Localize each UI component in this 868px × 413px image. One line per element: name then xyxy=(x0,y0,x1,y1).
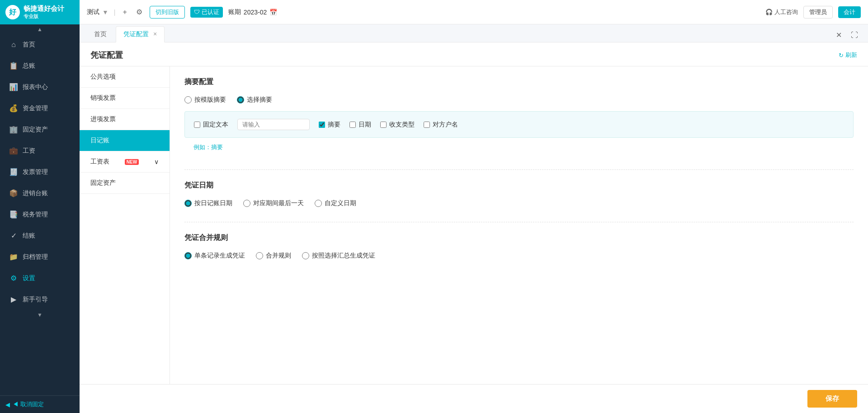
switch-version-button[interactable]: 切到旧版 xyxy=(150,6,185,19)
scroll-down-btn[interactable]: ▼ xyxy=(0,310,80,320)
cb-counterparty[interactable]: 对方户名 xyxy=(424,121,458,129)
merge-radio-select[interactable]: 按照选择汇总生成凭证 xyxy=(302,252,375,260)
sidebar-item-reports[interactable]: 📊 报表中心 xyxy=(0,76,80,98)
nav-purchase[interactable]: 进项发票 xyxy=(80,109,170,130)
nav-fixed-assets[interactable]: 固定资产 xyxy=(80,173,170,194)
sidebar-nav: ▲ ⌂ 首页 📋 总账 📊 报表中心 💰 资金管理 🏢 固定资产 💼 工资 🧾 … xyxy=(0,24,80,395)
sidebar-label-purchase: 进销台账 xyxy=(23,189,48,197)
company-name: 测试 xyxy=(87,8,99,16)
radio-merge-rule-input[interactable] xyxy=(256,252,263,259)
tab-home-label: 首页 xyxy=(94,30,107,38)
radio-custom-date-label: 自定义日期 xyxy=(325,199,356,207)
purchase-icon: 📦 xyxy=(9,189,18,197)
cb-summary-input[interactable] xyxy=(319,122,325,128)
topbar: 测试 ▼ | + ⚙ 切到旧版 🛡 已认证 账期 2023-02 📅 🎧 人工咨… xyxy=(80,0,868,24)
sidebar-item-assets[interactable]: 🏢 固定资产 xyxy=(0,119,80,140)
radio-period-last-input[interactable] xyxy=(243,200,250,207)
fixed-text-input[interactable] xyxy=(237,119,310,130)
close-window-button[interactable]: ✕ xyxy=(833,30,844,40)
cb-summary[interactable]: 摘要 xyxy=(319,121,340,129)
sidebar-item-ledger[interactable]: 📋 总账 xyxy=(0,55,80,76)
help-button[interactable]: 🎧 人工咨询 xyxy=(765,8,798,16)
tab-close-icon[interactable]: × xyxy=(153,30,157,38)
cb-fixed-text[interactable]: 固定文本 xyxy=(194,121,228,129)
sidebar-item-purchase[interactable]: 📦 进销台账 xyxy=(0,183,80,204)
add-company-button[interactable]: + xyxy=(121,6,129,18)
radio-template-input[interactable] xyxy=(184,96,192,103)
funds-icon: 💰 xyxy=(9,104,18,113)
sidebar-label-ledger: 总账 xyxy=(23,62,35,70)
sidebar-item-funds[interactable]: 💰 资金管理 xyxy=(0,98,80,119)
summary-radio-select[interactable]: 选择摘要 xyxy=(237,96,272,104)
tabbar: 首页 凭证配置 × ✕ ⛶ xyxy=(80,24,868,42)
sidebar-label-assets: 固定资产 xyxy=(23,126,48,134)
dropdown-icon: ▼ xyxy=(102,9,108,16)
tab-home[interactable]: 首页 xyxy=(87,27,114,42)
sidebar-item-closing[interactable]: ✓ 结账 xyxy=(0,225,80,246)
radio-single-label: 单条记录生成凭证 xyxy=(194,252,245,260)
sidebar-label-archive: 归档管理 xyxy=(23,253,48,261)
main-area: 测试 ▼ | + ⚙ 切到旧版 🛡 已认证 账期 2023-02 📅 🎧 人工咨… xyxy=(80,0,868,413)
calendar-icon[interactable]: 📅 xyxy=(269,9,277,16)
refresh-button[interactable]: ↻ 刷新 xyxy=(839,51,857,59)
nav-purchase-label: 进项发票 xyxy=(90,115,116,122)
nav-public-label: 公共选项 xyxy=(90,73,116,80)
sidebar-label-home: 首页 xyxy=(23,41,35,49)
role-button[interactable]: 会计 xyxy=(838,6,861,18)
date-title: 凭证日期 xyxy=(184,181,854,190)
merge-radio-rule[interactable]: 合并规则 xyxy=(256,252,291,260)
sidebar-item-settings[interactable]: ⚙ 设置 xyxy=(0,268,80,289)
tab-voucher-config[interactable]: 凭证配置 × xyxy=(116,26,165,42)
new-badge: NEW xyxy=(125,159,139,165)
cb-date-label: 日期 xyxy=(359,121,371,129)
merge-radio-single[interactable]: 单条记录生成凭证 xyxy=(184,252,245,260)
admin-button[interactable]: 管理员 xyxy=(803,6,833,19)
sidebar-item-home[interactable]: ⌂ 首页 xyxy=(0,34,80,55)
radio-select-merge-input[interactable] xyxy=(302,252,309,259)
expand-window-button[interactable]: ⛶ xyxy=(848,30,861,40)
date-radio-custom[interactable]: 自定义日期 xyxy=(315,199,356,207)
radio-select-input[interactable] xyxy=(237,96,244,103)
cb-cashflow-input[interactable] xyxy=(380,122,387,128)
cb-cashflow[interactable]: 收支类型 xyxy=(380,121,415,129)
save-label: 保存 xyxy=(826,394,839,402)
cb-date[interactable]: 日期 xyxy=(349,121,371,129)
nav-payroll[interactable]: 工资表 NEW ∨ xyxy=(80,151,170,173)
sidebar-item-wages[interactable]: 💼 工资 xyxy=(0,140,80,161)
unpin-button[interactable]: ◀ ◀ 取消固定 xyxy=(0,395,80,413)
date-radio-journal[interactable]: 按日记账日期 xyxy=(184,199,232,207)
date-radio-period-last[interactable]: 对应期间最后一天 xyxy=(243,199,304,207)
sep1: | xyxy=(114,9,116,16)
page-title: 凭证配置 xyxy=(90,50,123,61)
guide-icon: ▶ xyxy=(9,295,18,304)
divider-2 xyxy=(184,222,854,222)
sidebar-item-tax[interactable]: 📑 税务管理 xyxy=(0,204,80,225)
scroll-up-btn[interactable]: ▲ xyxy=(0,24,80,34)
nav-sales[interactable]: 销项发票 xyxy=(80,88,170,109)
certified-badge: 🛡 已认证 xyxy=(190,7,223,18)
cb-fixed-text-input[interactable] xyxy=(194,122,200,128)
radio-custom-date-input[interactable] xyxy=(315,200,322,207)
page-header: 凭证配置 ↻ 刷新 xyxy=(80,42,868,66)
sidebar-logo: 好 畅捷通好会计 专业版 xyxy=(0,0,80,24)
topbar-right: 🎧 人工咨询 管理员 会计 xyxy=(765,6,861,19)
sidebar-item-invoices[interactable]: 🧾 发票管理 xyxy=(0,161,80,183)
home-icon: ⌂ xyxy=(9,41,18,49)
cb-date-input[interactable] xyxy=(349,122,356,128)
sidebar-item-guide[interactable]: ▶ 新手引导 xyxy=(0,289,80,310)
cb-counterparty-input[interactable] xyxy=(424,122,430,128)
logo-sub: 专业版 xyxy=(24,13,64,20)
sidebar: 好 畅捷通好会计 专业版 ▲ ⌂ 首页 📋 总账 📊 报表中心 💰 资金管理 🏢… xyxy=(0,0,80,413)
sidebar-label-funds: 资金管理 xyxy=(23,104,48,113)
nav-journal[interactable]: 日记账 xyxy=(80,130,170,151)
company-selector[interactable]: 测试 ▼ xyxy=(87,8,108,16)
nav-public[interactable]: 公共选项 xyxy=(80,66,170,88)
summary-radio-template[interactable]: 按模版摘要 xyxy=(184,96,226,104)
radio-single-input[interactable] xyxy=(184,252,192,259)
nav-fixed-assets-label: 固定资产 xyxy=(90,179,116,186)
radio-period-last-label: 对应期间最后一天 xyxy=(253,199,304,207)
save-button[interactable]: 保存 xyxy=(807,390,857,408)
settings-gear-button[interactable]: ⚙ xyxy=(134,6,144,18)
sidebar-item-archive[interactable]: 📁 归档管理 xyxy=(0,246,80,268)
radio-journal-date-input[interactable] xyxy=(184,200,192,207)
